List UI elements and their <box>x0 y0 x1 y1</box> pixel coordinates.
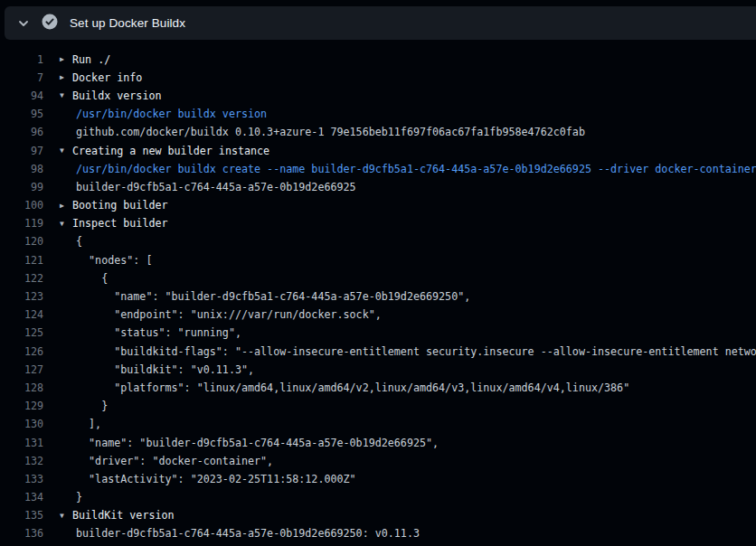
line-number[interactable]: 127 <box>0 363 43 376</box>
check-circle-icon <box>42 14 58 33</box>
line-number[interactable]: 133 <box>0 473 43 485</box>
output-text: builder-d9cfb5a1-c764-445a-a57e-0b19d2e6… <box>76 181 356 193</box>
line-content: ▶Booting builder <box>60 199 168 212</box>
group-title: Booting builder <box>72 199 168 212</box>
group-expanded-icon[interactable]: ▼ <box>60 219 72 227</box>
log-group-row[interactable]: 119▼Inspect builder <box>0 214 756 232</box>
output-text: { <box>76 235 82 248</box>
line-content: ▼BuildKit version <box>60 509 175 522</box>
output-text: "endpoint": "unix:///var/run/docker.sock… <box>76 308 382 321</box>
line-number[interactable]: 135 <box>0 509 43 522</box>
log-row: 122 { <box>0 269 756 287</box>
log-row: 125 "status": "running", <box>0 324 756 342</box>
output-text: { <box>76 272 108 285</box>
line-number[interactable]: 96 <box>0 126 43 138</box>
line-number[interactable]: 125 <box>0 326 43 339</box>
line-number[interactable]: 136 <box>0 527 43 540</box>
log-row: 96github.com/docker/buildx 0.10.3+azure-… <box>0 123 756 141</box>
line-content: github.com/docker/buildx 0.10.3+azure-1 … <box>60 126 585 138</box>
log-row: 121 "nodes": [ <box>0 251 756 269</box>
line-number[interactable]: 98 <box>0 163 43 175</box>
line-content: { <box>60 235 82 248</box>
line-number[interactable]: 94 <box>0 89 43 102</box>
group-title: Buildx version <box>72 89 162 102</box>
line-content: "endpoint": "unix:///var/run/docker.sock… <box>60 308 382 321</box>
group-expanded-icon[interactable]: ▼ <box>60 91 72 99</box>
log-row: 124 "endpoint": "unix:///var/run/docker.… <box>0 306 756 324</box>
line-number[interactable]: 119 <box>0 217 43 230</box>
command-text: /usr/bin/docker buildx create --name bui… <box>76 163 756 175</box>
log-container: 1▶Run ./7▶Docker info94▼Buildx version95… <box>0 51 756 543</box>
output-text: "lastActivity": "2023-02-25T11:58:12.000… <box>76 473 356 485</box>
line-number[interactable]: 122 <box>0 272 43 285</box>
log-row: 127 "buildkit": "v0.11.3", <box>0 361 756 379</box>
log-row: 132 "driver": "docker-container", <box>0 452 756 470</box>
output-text: } <box>76 400 108 412</box>
line-content: ▼Creating a new builder instance <box>60 145 269 157</box>
line-content: ▼Inspect builder <box>60 217 168 230</box>
line-content: "platforms": "linux/amd64,linux/amd64/v2… <box>60 381 629 394</box>
line-number[interactable]: 129 <box>0 400 43 412</box>
line-number[interactable]: 100 <box>0 199 43 212</box>
output-text: "driver": "docker-container", <box>76 455 273 467</box>
output-text: github.com/docker/buildx 0.10.3+azure-1 … <box>76 126 585 138</box>
log-group-row[interactable]: 7▶Docker info <box>0 69 756 87</box>
output-text: "name": "builder-d9cfb5a1-c764-445a-a57e… <box>76 437 439 449</box>
line-number[interactable]: 130 <box>0 418 43 430</box>
log-group-row[interactable]: 97▼Creating a new builder instance <box>0 141 756 159</box>
group-title: Creating a new builder instance <box>72 145 269 157</box>
log-row: 120{ <box>0 232 756 250</box>
line-content: /usr/bin/docker buildx create --name bui… <box>60 163 756 175</box>
log-row: 136builder-d9cfb5a1-c764-445a-a57e-0b19d… <box>0 524 756 542</box>
line-content: "name": "builder-d9cfb5a1-c764-445a-a57e… <box>60 290 470 303</box>
line-content: "driver": "docker-container", <box>60 455 273 467</box>
line-content: "name": "builder-d9cfb5a1-c764-445a-a57e… <box>60 437 439 449</box>
group-title: Docker info <box>72 71 142 84</box>
line-content: { <box>60 272 108 285</box>
log-group-row[interactable]: 135▼BuildKit version <box>0 506 756 524</box>
log-row: 131 "name": "builder-d9cfb5a1-c764-445a-… <box>0 433 756 451</box>
line-number[interactable]: 132 <box>0 455 43 467</box>
line-content: /usr/bin/docker buildx version <box>60 108 267 120</box>
line-number[interactable]: 99 <box>0 181 43 193</box>
group-collapsed-icon[interactable]: ▶ <box>60 201 72 209</box>
log-group-row[interactable]: 94▼Buildx version <box>0 87 756 105</box>
line-number[interactable]: 97 <box>0 145 43 157</box>
output-text: "buildkit": "v0.11.3", <box>76 363 254 376</box>
line-content: "status": "running", <box>60 326 241 339</box>
line-number[interactable]: 131 <box>0 437 43 449</box>
line-content: ▶Run ./ <box>60 53 110 66</box>
line-number[interactable]: 1 <box>0 53 43 66</box>
output-text: "status": "running", <box>76 326 241 339</box>
line-number[interactable]: 121 <box>0 254 43 267</box>
group-title: Run ./ <box>72 53 110 66</box>
group-expanded-icon[interactable]: ▼ <box>60 511 72 519</box>
group-collapsed-icon[interactable]: ▶ <box>60 73 72 81</box>
command-text: /usr/bin/docker buildx version <box>76 108 267 120</box>
line-content: } <box>60 400 108 412</box>
log-row: 99builder-d9cfb5a1-c764-445a-a57e-0b19d2… <box>0 178 756 196</box>
group-expanded-icon[interactable]: ▼ <box>60 146 72 155</box>
log-group-row[interactable]: 100▶Booting builder <box>0 196 756 214</box>
log-group-row[interactable]: 1▶Run ./ <box>0 51 756 69</box>
line-number[interactable]: 123 <box>0 290 43 303</box>
log-row: 128 "platforms": "linux/amd64,linux/amd6… <box>0 379 756 397</box>
line-number[interactable]: 128 <box>0 381 43 394</box>
line-content: builder-d9cfb5a1-c764-445a-a57e-0b19d2e6… <box>60 527 420 540</box>
line-number[interactable]: 134 <box>0 491 43 504</box>
line-content: builder-d9cfb5a1-c764-445a-a57e-0b19d2e6… <box>60 181 356 193</box>
line-number[interactable]: 7 <box>0 71 43 84</box>
output-text: } <box>76 491 82 504</box>
log-row: 129 } <box>0 397 756 415</box>
line-number[interactable]: 95 <box>0 108 43 120</box>
group-collapsed-icon[interactable]: ▶ <box>60 55 72 63</box>
chevron-down-icon[interactable] <box>17 17 30 30</box>
log-row: 130 ], <box>0 415 756 433</box>
line-number[interactable]: 126 <box>0 345 43 358</box>
log-row: 126 "buildkitd-flags": "--allow-insecure… <box>0 343 756 361</box>
line-number[interactable]: 124 <box>0 308 43 321</box>
output-text: ], <box>76 418 101 430</box>
line-content: "buildkitd-flags": "--allow-insecure-ent… <box>60 345 756 358</box>
step-header[interactable]: Set up Docker Buildx <box>5 6 756 40</box>
line-number[interactable]: 120 <box>0 235 43 248</box>
